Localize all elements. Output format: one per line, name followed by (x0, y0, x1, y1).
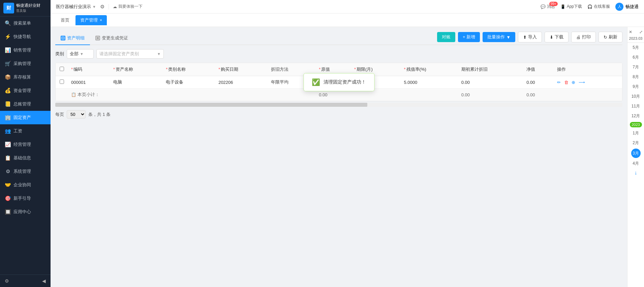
settings-icon[interactable]: ⚙ (5, 278, 9, 284)
app-download-button[interactable]: 📱 App下载 (560, 4, 582, 9)
sidebar-logo: 财 畅捷通好业财 普及版 (0, 0, 51, 17)
month-2[interactable]: 2月 (630, 138, 642, 148)
sidebar-item-label: 应用中心 (13, 209, 31, 215)
edit-action-icon[interactable]: ✏ (557, 80, 561, 85)
subtotal-net: 0.00 (523, 89, 554, 101)
more-action-icon[interactable]: ⟶ (579, 80, 585, 85)
message-button[interactable]: 💬 消息 99+ (541, 4, 555, 9)
sidebar-item-label: 搜索菜单 (13, 20, 31, 26)
online-service-button[interactable]: 🎧 在线客服 (587, 4, 610, 9)
per-page-select[interactable]: 50 100 200 (67, 110, 86, 119)
sub-tab-change-voucher[interactable]: 变更生成凭证 (90, 32, 133, 45)
month-3-current[interactable]: 3月 (631, 149, 641, 158)
delete-action-icon[interactable]: 🗑 (564, 80, 569, 85)
sidebar-item-app-center[interactable]: 🔲 应用中心 (0, 205, 51, 219)
download-icon: ⬇ (550, 35, 553, 40)
sidebar-item-sales[interactable]: 📊 销售管理 (0, 43, 51, 57)
sidebar-item-quick-nav[interactable]: ⚡ 快捷导航 (0, 30, 51, 43)
download-button[interactable]: ⬇ 下载 (545, 32, 569, 42)
pagination-total: 条，共 1 条 (88, 111, 111, 118)
import-button[interactable]: ⬆ 导入 (518, 32, 542, 42)
right-panel-controls: ✕ ⤢ (627, 28, 644, 36)
copy-action-icon[interactable]: ⊕ (572, 80, 575, 85)
sidebar-item-label: 总账管理 (13, 101, 31, 107)
sidebar-collapse[interactable] (49, 137, 51, 150)
main-area: 资产明细 变更生成凭证 对账 + 新增 (51, 27, 627, 287)
topbar: 医疗器械行业演示 ▼ ⚙ ☁ 我要体验一下 💬 消息 99+ 📱 App下载 🎧… (51, 0, 644, 13)
year-tag-2023[interactable]: 2023 (630, 122, 642, 127)
sidebar-item-cooperation[interactable]: 🤝 企业协同 (0, 178, 51, 192)
refresh-label: 刷新 (609, 34, 617, 40)
expand-panel-icon[interactable]: ⤢ (639, 30, 643, 34)
success-toast: ✅ 清理固定资产成功！ (303, 73, 374, 91)
company-name: 医疗器械行业演示 (56, 4, 91, 10)
month-7[interactable]: 7月 (630, 62, 642, 72)
company-selector[interactable]: 医疗器械行业演示 ▼ (56, 4, 96, 10)
scroll-down-icon[interactable]: ↓ (633, 168, 639, 177)
select-all-checkbox[interactable] (60, 67, 64, 71)
sidebar-item-payroll[interactable]: 👥 工资 (0, 124, 51, 138)
category-filter[interactable]: 全部 ▼ (67, 49, 94, 59)
fixed-assets-icon: 🏢 (5, 115, 11, 121)
service-icon: 🎧 (587, 4, 592, 9)
online-service-label: 在线客服 (594, 4, 610, 9)
sidebar-item-purchase[interactable]: 🛒 采购管理 (0, 57, 51, 70)
close-panel-icon[interactable]: ✕ (629, 30, 632, 34)
category-arrow-icon: ▼ (80, 52, 84, 56)
sidebar-item-label: 采购管理 (13, 61, 31, 67)
sidebar-item-operations[interactable]: 📈 经营管理 (0, 138, 51, 151)
sidebar-item-ledger[interactable]: 📒 总账管理 (0, 97, 51, 111)
tab-close-icon[interactable]: × (100, 18, 102, 23)
operations-icon: 📈 (5, 141, 11, 148)
tab-asset-management[interactable]: 资产管理 × (75, 15, 107, 25)
sidebar-item-guide[interactable]: 🎯 新手引导 (0, 192, 51, 205)
month-9[interactable]: 9月 (630, 82, 642, 92)
year-month-label: 2023.03 (629, 36, 643, 41)
horizontal-scrollbar[interactable] (55, 103, 622, 107)
batch-button[interactable]: 批量操作 ▼ (483, 32, 515, 42)
month-4[interactable]: 4月 (630, 159, 642, 168)
change-voucher-icon (95, 36, 100, 40)
month-6[interactable]: 6月 (630, 53, 642, 62)
experience-button[interactable]: ☁ 我要体验一下 (113, 4, 143, 9)
month-10[interactable]: 10月 (630, 92, 642, 101)
month-12[interactable]: 12月 (630, 111, 642, 121)
sidebar-item-capital[interactable]: 💰 资金管理 (0, 84, 51, 97)
right-panel-header: ✕ ⤢ 2023.03 (627, 27, 644, 43)
sidebar-item-system[interactable]: ⚙ 系统管理 (0, 165, 51, 178)
divider (109, 4, 109, 9)
sidebar-item-fixed-assets[interactable]: 🏢 固定资产 (0, 111, 51, 124)
batch-label: 批量操作 (487, 34, 505, 40)
tab-home[interactable]: 首页 (56, 15, 74, 25)
sidebar-item-inventory[interactable]: 📦 库存核算 (0, 70, 51, 84)
asset-category-filter[interactable]: 请选择固定资产类别 ▼ (96, 49, 164, 59)
message-badge: 99+ (549, 2, 558, 6)
collapse-icon[interactable]: ◀ (42, 278, 46, 284)
subtotal-label: 本页小计： (78, 92, 99, 97)
sub-tabs-spacer (133, 32, 437, 44)
month-11[interactable]: 11月 (630, 101, 642, 111)
cell-code: 000001 (68, 76, 110, 89)
sub-tab-asset-detail-label: 资产明细 (67, 35, 85, 41)
user-profile[interactable]: 人 畅捷通 (615, 3, 639, 11)
import-label: 导入 (528, 34, 537, 40)
row-checkbox[interactable] (60, 79, 64, 84)
sidebar-item-label: 新手引导 (13, 195, 31, 201)
month-8[interactable]: 8月 (630, 72, 642, 82)
svg-rect-0 (62, 37, 64, 39)
sub-tab-asset-detail[interactable]: 资产明细 (55, 32, 90, 45)
checkbox-header (56, 63, 68, 76)
month-1[interactable]: 1月 (630, 128, 642, 138)
guide-icon: 🎯 (5, 195, 11, 201)
month-5[interactable]: 5月 (630, 43, 642, 53)
search-icon: 🔍 (5, 20, 11, 26)
reconcile-button[interactable]: 对账 (437, 32, 455, 42)
new-button[interactable]: + 新增 (458, 32, 480, 42)
scrollbar-thumb (55, 103, 367, 107)
col-code: *编码 (68, 63, 110, 76)
sidebar-item-basic-info[interactable]: 📋 基础信息 (0, 151, 51, 165)
print-button[interactable]: 🖨 打印 (571, 32, 596, 42)
refresh-button[interactable]: ↻ 刷新 (599, 32, 622, 42)
sidebar-item-search[interactable]: 🔍 搜索菜单 (0, 17, 51, 30)
topbar-gear-button[interactable]: ⚙ (100, 4, 104, 10)
